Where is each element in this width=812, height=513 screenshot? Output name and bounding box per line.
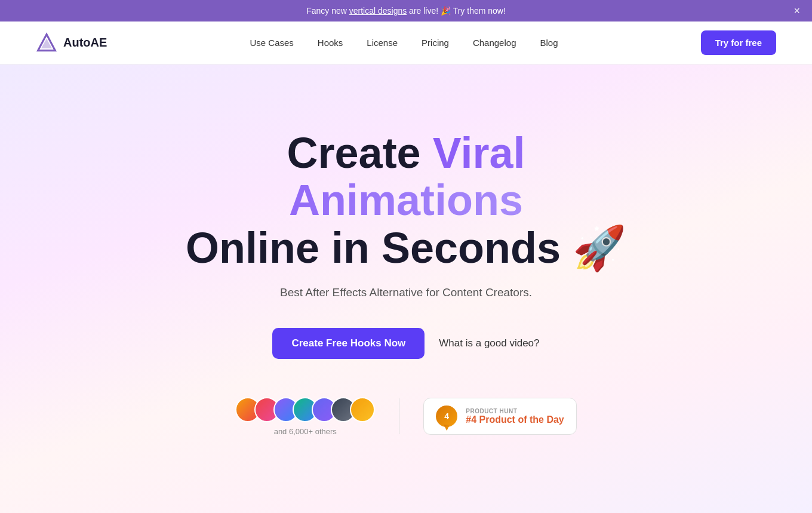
- hero-section: Create Viral Animations Online in Second…: [0, 64, 812, 513]
- banner-link[interactable]: vertical designs: [349, 6, 407, 16]
- avatars-group: and 6,000+ others: [235, 397, 375, 436]
- divider: [399, 398, 399, 434]
- ph-rank: #4 Product of the Day: [466, 414, 564, 425]
- ph-label: PRODUCT HUNT: [466, 408, 564, 414]
- nav-changelog[interactable]: Changelog: [473, 38, 516, 48]
- product-hunt-badge[interactable]: 4 PRODUCT HUNT #4 Product of the Day: [423, 398, 576, 435]
- logo-text: AutoAE: [63, 36, 107, 50]
- create-hooks-button[interactable]: Create Free Hooks Now: [272, 328, 425, 359]
- nav-use-cases[interactable]: Use Cases: [250, 38, 293, 48]
- hero-cta-group: Create Free Hooks Now What is a good vid…: [272, 328, 539, 359]
- nav-license[interactable]: License: [367, 38, 398, 48]
- hero-title: Create Viral Animations Online in Second…: [167, 130, 645, 272]
- nav-links: Use Cases Hooks License Pricing Changelo…: [250, 38, 558, 48]
- nav-pricing[interactable]: Pricing: [422, 38, 449, 48]
- logo[interactable]: AutoAE: [36, 32, 107, 54]
- logo-icon: [36, 32, 57, 54]
- nav-blog[interactable]: Blog: [540, 38, 558, 48]
- banner-close-button[interactable]: ×: [793, 5, 800, 16]
- ph-medal: 4: [436, 406, 457, 427]
- hero-subtitle: Best After Effects Alternative for Conte…: [280, 286, 532, 299]
- what-is-good-video-button[interactable]: What is a good video?: [439, 337, 539, 349]
- avatars-label: and 6,000+ others: [274, 427, 337, 436]
- banner-text: Fancy new vertical designs are live! 🎉 T…: [306, 6, 506, 16]
- avatars-row: [235, 397, 375, 422]
- avatar-7: [350, 397, 375, 422]
- nav-hooks[interactable]: Hooks: [318, 38, 343, 48]
- navbar: AutoAE Use Cases Hooks License Pricing C…: [0, 21, 812, 64]
- announcement-banner: Fancy new vertical designs are live! 🎉 T…: [0, 0, 812, 21]
- social-proof-section: and 6,000+ others 4 PRODUCT HUNT #4 Prod…: [235, 397, 576, 436]
- try-for-free-button[interactable]: Try for free: [701, 30, 776, 55]
- ph-text: PRODUCT HUNT #4 Product of the Day: [466, 408, 564, 425]
